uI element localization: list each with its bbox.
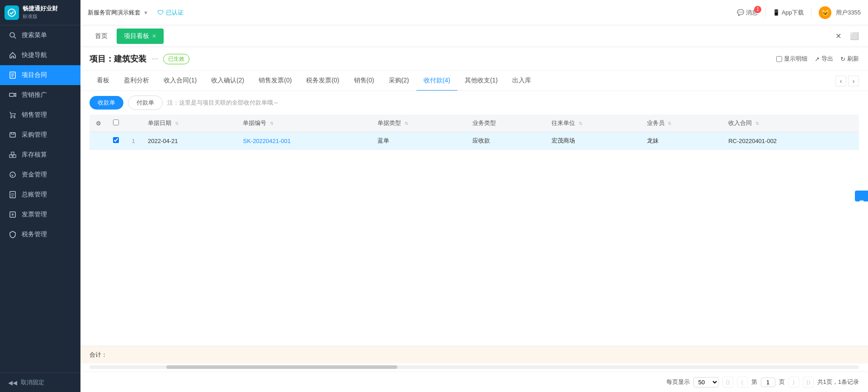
sub-tab-payment[interactable]: 收付款(4) <box>416 71 458 91</box>
export-icon: ↗ <box>815 56 820 62</box>
tab-close-window-btn[interactable]: ✕ <box>832 30 844 43</box>
sub-tab-income-confirm[interactable]: 收入确认(2) <box>204 71 251 91</box>
inventory-icon <box>8 150 17 159</box>
sidebar-footer-unpin[interactable]: ◀◀ 取消固定 <box>0 373 80 392</box>
sidebar-item-sales[interactable]: 销售管理 <box>0 105 80 125</box>
th-salesperson[interactable]: 业务员 ⇅ <box>642 115 723 132</box>
sidebar-item-quicknav[interactable]: 快捷导航 <box>0 45 80 65</box>
sidebar-item-invoice[interactable]: 发票管理 <box>0 205 80 225</box>
th-income-contract[interactable]: 收入合同 ⇅ <box>723 115 859 132</box>
refresh-btn[interactable]: ↻ 刷新 <box>840 55 859 63</box>
tab-close-icon[interactable]: ✕ <box>152 33 156 39</box>
fake-scrollbar[interactable] <box>90 365 859 369</box>
sort-salesperson-icon: ⇅ <box>668 121 671 126</box>
svg-point-1 <box>10 33 14 37</box>
sidebar-item-label-marketing: 营销推广 <box>22 91 47 99</box>
sidebar-item-ledger[interactable]: 总账管理 <box>0 185 80 205</box>
th-gear[interactable]: ⚙ <box>90 115 108 132</box>
feedback-btn[interactable]: 意见反馈 <box>855 191 868 201</box>
next-page-btn[interactable]: ⟩ <box>788 377 799 387</box>
sort-docno-icon: ⇅ <box>270 121 274 126</box>
sidebar-item-label-invoice: 发票管理 <box>22 210 47 219</box>
sidebar-item-label-quicknav: 快捷导航 <box>22 51 47 59</box>
doc-no-link[interactable]: SK-20220421-001 <box>243 138 291 144</box>
tab-bar-controls: ✕ ⬜ <box>832 30 861 43</box>
export-btn[interactable]: ↗ 导出 <box>815 55 833 63</box>
tab-home-label: 首页 <box>95 32 108 40</box>
sort-partner-icon: ⇅ <box>579 121 582 126</box>
page-input[interactable] <box>761 378 775 387</box>
th-partner[interactable]: 往来单位 ⇅ <box>546 115 641 132</box>
row-checkbox[interactable] <box>113 137 119 143</box>
project-label-prefix: 项目： <box>90 54 114 63</box>
svg-rect-16 <box>10 191 15 198</box>
contract-icon <box>8 71 17 80</box>
main-content: 新服务官网演示账套 ▼ 🛡 已认证 💬 消息 1 📱 App下载 🐱 用 <box>80 0 868 392</box>
app-brand: 畅捷通好业财 <box>23 5 58 13</box>
td-partner: 宏茂商场 <box>546 132 641 150</box>
sidebar-item-tax[interactable]: 税务管理 <box>0 225 80 244</box>
show-detail-checkbox[interactable]: 显示明细 <box>776 55 807 63</box>
topbar-account[interactable]: 新服务官网演示账套 ▼ <box>88 9 148 17</box>
data-table: ⚙ 单据日期 ⇅ 单据编号 <box>90 115 859 150</box>
topbar-message-btn[interactable]: 💬 消息 1 <box>737 9 758 17</box>
sub-tab-next-arrow[interactable]: › <box>848 76 859 86</box>
sidebar-item-inventory[interactable]: 库存核算 <box>0 145 80 165</box>
gear-icon: ⚙ <box>96 120 101 127</box>
receipt-filter-btn[interactable]: 收款单 <box>90 96 123 110</box>
sub-tab-prev-arrow[interactable]: ‹ <box>835 76 846 86</box>
first-page-btn[interactable]: ⟨⟨ <box>722 377 733 387</box>
svg-rect-10 <box>10 133 15 137</box>
th-date[interactable]: 单据日期 ⇅ <box>142 115 237 132</box>
tab-project-board[interactable]: 项目看板 ✕ <box>117 29 164 44</box>
sidebar-item-purchase[interactable]: 采购管理 <box>0 125 80 145</box>
th-biz-type: 业务类型 <box>467 115 546 132</box>
sub-tab-inout[interactable]: 出入库 <box>505 71 538 91</box>
per-page-label: 每页显示 <box>666 378 690 386</box>
svg-rect-11 <box>9 155 12 158</box>
sub-tab-profit[interactable]: 盈利分析 <box>117 71 156 91</box>
topbar-user-btn[interactable]: 🐱 用户3355 <box>819 6 861 19</box>
project-more-btn[interactable]: ··· <box>152 55 158 63</box>
project-title: 项目：建筑安装 <box>90 53 146 64</box>
sidebar-item-contract[interactable]: 项目合同 <box>0 65 80 85</box>
sub-tab-sales[interactable]: 销售(0) <box>347 71 382 91</box>
th-doc-type-label: 单据类型 <box>377 120 401 126</box>
show-detail-label: 显示明细 <box>784 55 807 63</box>
sub-tab-other-expense[interactable]: 其他收支(1) <box>458 71 505 91</box>
th-doc-type[interactable]: 单据类型 ⇅ <box>372 115 467 132</box>
certified-shield-icon: 🛡 <box>157 9 164 16</box>
sidebar-item-finance[interactable]: ¥ 资金管理 <box>0 165 80 185</box>
sidebar-item-marketing[interactable]: 营销推广 <box>0 85 80 105</box>
tab-bar: 首页 项目看板 ✕ ✕ ⬜ <box>80 25 868 47</box>
sub-tab-income-contract[interactable]: 收入合同(1) <box>156 71 204 91</box>
invoice-icon <box>8 210 17 219</box>
show-detail-input[interactable] <box>776 56 782 62</box>
sidebar-item-search[interactable]: 搜索菜单 <box>0 25 80 45</box>
refresh-icon: ↻ <box>840 56 845 62</box>
topbar-app-download-btn[interactable]: 📱 App下载 <box>773 9 804 17</box>
tab-home[interactable]: 首页 <box>88 29 115 44</box>
svg-rect-13 <box>11 152 14 155</box>
sub-tab-tax-invoice[interactable]: 税务发票(0) <box>299 71 346 91</box>
sub-tab-kanban[interactable]: 看板 <box>90 71 117 91</box>
tab-project-board-label: 项目看板 <box>124 32 149 40</box>
project-name: 建筑安装 <box>114 54 146 63</box>
select-all-checkbox[interactable] <box>113 120 119 125</box>
table-wrap: ⚙ 单据日期 ⇅ 单据编号 <box>80 115 868 346</box>
sort-doctype-icon: ⇅ <box>405 121 408 126</box>
payment-filter-btn[interactable]: 付款单 <box>128 96 163 110</box>
table-row[interactable]: 1 2022-04-21 SK-20220421-001 蓝单 应收款 宏茂商场… <box>90 132 859 150</box>
last-page-btn[interactable]: ⟩⟩ <box>803 377 814 387</box>
tab-maximize-btn[interactable]: ⬜ <box>848 30 861 43</box>
prev-page-btn[interactable]: ⟨ <box>737 377 748 387</box>
sidebar-item-label-inventory: 库存核算 <box>22 151 47 159</box>
per-page-select[interactable]: 50 10 20 100 <box>693 377 719 387</box>
sub-tab-purchase[interactable]: 采购(2) <box>382 71 416 91</box>
marketing-icon <box>8 91 17 100</box>
sub-tab-sales-invoice[interactable]: 销售发票(0) <box>251 71 299 91</box>
td-doc-no[interactable]: SK-20220421-001 <box>237 132 372 150</box>
scrollbar-thumb[interactable] <box>166 365 397 369</box>
sidebar-item-label-ledger: 总账管理 <box>22 191 47 199</box>
th-doc-no[interactable]: 单据编号 ⇅ <box>237 115 372 132</box>
